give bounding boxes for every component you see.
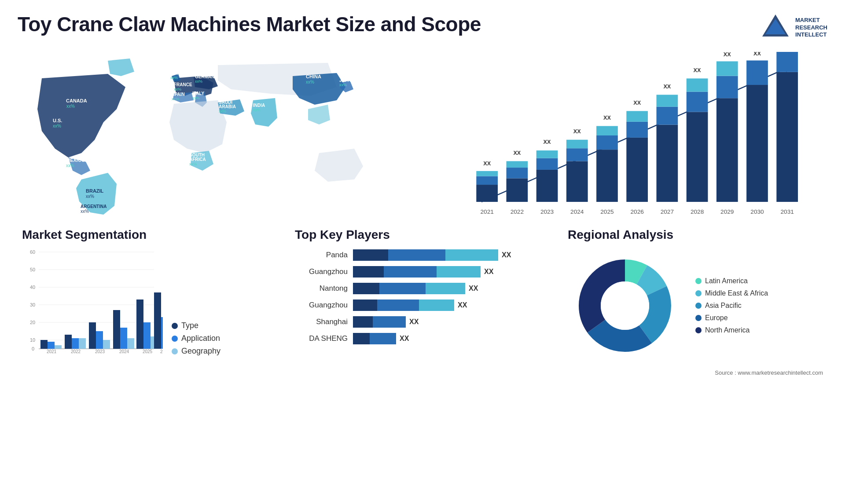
player-name: Guangzhou <box>295 301 348 310</box>
svg-rect-107 <box>72 338 79 349</box>
svg-text:ITALY: ITALY <box>192 91 205 96</box>
svg-text:2023: 2023 <box>540 208 554 215</box>
player-bar <box>353 249 498 261</box>
svg-text:2023: 2023 <box>95 349 105 354</box>
legend-label-mea: Middle East & Africa <box>705 289 768 297</box>
regional-section: Regional Analysis <box>559 223 832 367</box>
svg-text:30: 30 <box>30 302 35 307</box>
legend-dot-application <box>172 336 178 342</box>
svg-rect-73 <box>687 78 708 91</box>
bar-seg2 <box>379 283 426 294</box>
source-text: Source : www.marketresearchintellect.com <box>0 367 845 378</box>
svg-rect-66 <box>657 125 678 202</box>
player-value: XX <box>484 268 493 276</box>
player-value: XX <box>469 285 478 292</box>
svg-point-132 <box>601 281 649 330</box>
bar-seg2 <box>388 249 445 261</box>
svg-text:XX: XX <box>724 52 731 58</box>
player-name: Panda <box>295 251 348 259</box>
player-bar <box>353 333 396 344</box>
growth-chart-section: XX 2021 XX 2022 XX 2023 XX 2024 <box>422 47 832 223</box>
svg-text:2025: 2025 <box>143 349 153 354</box>
svg-rect-68 <box>657 95 678 106</box>
player-name: Guangzhou <box>295 267 348 276</box>
svg-rect-76 <box>716 98 738 202</box>
svg-text:xx%: xx% <box>339 83 347 87</box>
player-row: DA SHENG XX <box>295 332 550 345</box>
svg-text:2026: 2026 <box>631 208 644 215</box>
player-value: XX <box>458 301 467 309</box>
svg-text:U.K.: U.K. <box>170 71 179 76</box>
svg-text:ARABIA: ARABIA <box>219 104 236 109</box>
svg-text:xx%: xx% <box>306 80 314 84</box>
svg-rect-48 <box>536 150 558 158</box>
bar-seg2 <box>373 316 406 328</box>
svg-text:XX: XX <box>663 84 671 90</box>
svg-text:20: 20 <box>30 320 35 325</box>
legend-north-america: North America <box>695 326 768 334</box>
svg-text:2022: 2022 <box>71 349 81 354</box>
segmentation-legend: Type Application Geography <box>172 321 220 356</box>
svg-text:xx%: xx% <box>174 87 181 91</box>
svg-rect-71 <box>687 112 708 202</box>
svg-rect-106 <box>65 335 72 349</box>
world-map-svg: CANADA xx% U.S. xx% MEXICO xx% BRAZIL xx… <box>22 52 414 219</box>
svg-rect-114 <box>113 310 120 349</box>
svg-rect-63 <box>626 111 648 121</box>
svg-text:2026: 2026 <box>160 349 163 354</box>
legend-dot-latin <box>695 278 702 284</box>
player-name: DA SHENG <box>295 334 348 343</box>
legend-dot-europe <box>695 315 702 321</box>
svg-text:2021: 2021 <box>480 208 493 215</box>
svg-text:XX: XX <box>633 100 641 106</box>
svg-text:2025: 2025 <box>600 208 614 215</box>
player-value: XX <box>400 335 409 343</box>
svg-text:2024: 2024 <box>119 349 129 354</box>
svg-rect-112 <box>103 340 110 349</box>
svg-text:xx%: xx% <box>219 109 226 113</box>
legend-middle-east: Middle East & Africa <box>695 289 768 297</box>
svg-text:AFRICA: AFRICA <box>189 157 206 162</box>
bar-seg1 <box>353 333 370 344</box>
svg-rect-103 <box>48 342 55 349</box>
svg-text:2028: 2028 <box>691 208 704 215</box>
bar-seg2 <box>377 299 419 311</box>
svg-rect-78 <box>716 61 738 76</box>
svg-text:xx%: xx% <box>86 194 94 199</box>
player-bar <box>353 283 465 294</box>
svg-rect-110 <box>89 322 96 349</box>
legend-type: Type <box>172 321 220 330</box>
svg-rect-51 <box>566 161 588 202</box>
player-name: Nantong <box>295 284 348 293</box>
svg-text:MEXICO: MEXICO <box>66 157 85 163</box>
bar-seg3 <box>419 299 454 311</box>
svg-text:60: 60 <box>30 249 35 255</box>
legend-asia-pacific: Asia Pacific <box>695 302 768 310</box>
bar-seg1 <box>353 266 384 278</box>
legend-dot-nam <box>695 327 702 333</box>
svg-text:xx%: xx% <box>189 162 197 166</box>
legend-label-europe: Europe <box>705 314 728 322</box>
svg-rect-58 <box>596 126 618 135</box>
svg-text:GERMANY: GERMANY <box>195 74 217 79</box>
players-list: Panda XX Guangzhou <box>295 248 550 345</box>
svg-text:CHINA: CHINA <box>306 74 321 79</box>
svg-text:XX: XX <box>513 150 521 156</box>
svg-text:2030: 2030 <box>750 208 764 215</box>
world-map: CANADA xx% U.S. xx% MEXICO xx% BRAZIL xx… <box>22 52 414 219</box>
legend-application: Application <box>172 334 220 343</box>
svg-text:xx%: xx% <box>66 163 74 168</box>
svg-text:xx%: xx% <box>192 96 200 100</box>
svg-rect-86 <box>776 52 798 72</box>
svg-rect-47 <box>536 158 558 170</box>
legend-geography: Geography <box>172 347 220 356</box>
svg-rect-102 <box>40 340 48 349</box>
svg-text:2027: 2027 <box>661 208 674 215</box>
donut-chart <box>568 248 682 363</box>
svg-text:40: 40 <box>30 285 35 290</box>
svg-rect-52 <box>566 148 588 161</box>
player-name: Shanghai <box>295 318 348 326</box>
svg-rect-57 <box>596 135 618 150</box>
svg-rect-67 <box>657 107 678 125</box>
legend-label-nam: North America <box>705 326 749 334</box>
